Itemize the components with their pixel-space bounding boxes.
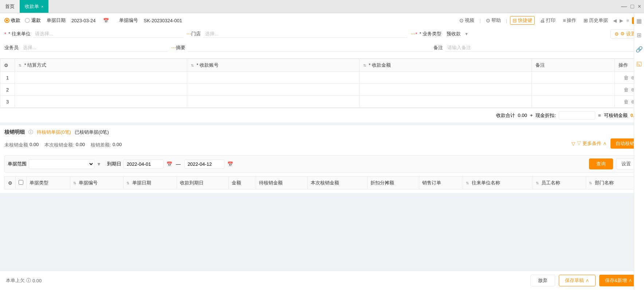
shop-input[interactable] <box>203 30 408 38</box>
minimize-icon[interactable]: — <box>621 3 627 10</box>
plus-sign: + <box>530 113 533 118</box>
counterpart-more-icon[interactable]: ··· <box>186 31 191 37</box>
sidebar-expand-icon[interactable]: ◱ <box>635 59 643 68</box>
date-picker-icon[interactable]: 📅 <box>103 18 109 23</box>
row1-delete-icon[interactable]: 🗑 <box>624 75 629 81</box>
save-draft-label: 保存草稿 ∧ <box>565 277 589 284</box>
maximize-icon[interactable]: □ <box>631 3 634 10</box>
row3-delete-icon[interactable]: 🗑 <box>624 99 629 105</box>
close-window-icon[interactable]: × <box>638 3 641 10</box>
save-draft-button[interactable]: 保存草稿 ∧ <box>559 275 596 286</box>
window-controls: — □ × <box>621 3 644 10</box>
tab-home[interactable]: 首页 <box>0 0 20 13</box>
counterpart-input[interactable] <box>33 30 184 38</box>
radio-receipt[interactable]: 收款 <box>4 17 20 24</box>
query-button[interactable]: 查询 <box>589 158 613 169</box>
radio-refund-dot <box>25 18 30 23</box>
summary-input[interactable] <box>188 44 433 52</box>
row1-amount[interactable] <box>359 72 531 84</box>
staff-input[interactable] <box>21 44 168 52</box>
row3-account[interactable] <box>187 96 359 108</box>
business-type-dropdown-icon[interactable]: ▼ <box>464 32 468 36</box>
tab-close-icon[interactable]: × <box>41 4 43 9</box>
sidebar-grid-icon[interactable]: ⊞ <box>635 30 643 40</box>
shop-more-icon[interactable]: ··· <box>411 31 415 37</box>
diff-stat: 核销差额: 0.00 <box>91 142 122 148</box>
footer-info-icon[interactable]: ⓘ <box>26 277 31 284</box>
range-field: 单据范围 ▼ <box>8 159 101 169</box>
range-select[interactable] <box>29 159 94 169</box>
unverified-value: 0.00 <box>30 142 39 148</box>
col-notes-label: 备注 <box>535 62 545 68</box>
row1-notes[interactable] <box>531 72 614 84</box>
due-date-to-input[interactable] <box>184 160 224 169</box>
tab-current-label: 收款单 <box>25 3 39 10</box>
staff-more-icon[interactable]: ··· <box>171 44 176 51</box>
save-new-button[interactable]: 保存&新增 ∧ <box>599 275 638 286</box>
table-row: 2 🗑 ⊕ <box>0 84 644 96</box>
save-new-label: 保存&新增 ∧ <box>605 277 632 284</box>
print-btn[interactable]: 🖨 打印 <box>538 16 558 24</box>
nav-prev-icon[interactable]: ◀ <box>613 18 617 23</box>
calendar-from-icon[interactable]: 📅 <box>166 161 172 167</box>
table-row: 1 🗑 ⊕ <box>0 72 644 84</box>
radio-group: 收款 退款 <box>4 17 41 24</box>
hexiao-tab-done[interactable]: 已核销单据(0笔) <box>75 129 109 136</box>
hexiao-info-icon[interactable]: ⓘ <box>28 129 33 136</box>
history-btn[interactable]: ⊞ 历史单据 <box>581 16 610 24</box>
due-date-from-input[interactable] <box>123 160 164 169</box>
row3-amount[interactable] <box>359 96 531 108</box>
col-employee-header: ⇅ 员工名称 <box>533 177 586 189</box>
shop-label: 门店 <box>191 31 201 37</box>
layout1-icon[interactable]: ≡ <box>626 18 629 23</box>
hexiao-section: 核销明细 ⓘ 待核销单据(0笔) 已核销单据(0笔) 未核销金额 0.00 本次… <box>0 125 644 193</box>
history-icon: ⊞ <box>584 17 588 23</box>
radio-refund[interactable]: 退款 <box>25 17 41 24</box>
row3-notes[interactable] <box>531 96 614 108</box>
business-type-field: * * 业务类型 预收款 ▼ ⚙ ⚙ 设置 <box>415 28 640 40</box>
row3-settlement[interactable] <box>15 96 187 108</box>
col-sales-order-label: 销售订单 <box>422 180 441 185</box>
table-settings-icon[interactable]: ⚙ <box>4 63 8 68</box>
help-btn[interactable]: ⊙ 帮助 <box>484 16 503 24</box>
hexiao-tab-pending[interactable]: 待核销单据(0笔) <box>37 129 71 136</box>
select-all-checkbox[interactable] <box>19 180 23 185</box>
operation-btn[interactable]: ≡ 操作 <box>561 16 578 24</box>
hexiao-settings-button[interactable]: 设置 <box>616 158 636 169</box>
video-label: 视频 <box>465 17 474 24</box>
col-account-header: ⇅ * 收款账号 <box>187 59 359 72</box>
col-due-date-label: 收款到期日 <box>180 180 204 185</box>
cash-discount-input[interactable] <box>559 111 595 119</box>
col-dept-label: 部门名称 <box>595 180 614 185</box>
col-settings-header[interactable]: ⚙ <box>0 59 15 72</box>
current-label: 本次核销金额: <box>44 142 74 148</box>
col-checkbox-header[interactable] <box>16 177 27 189</box>
row2-settlement[interactable] <box>15 84 187 96</box>
abandon-button[interactable]: 放弃 <box>530 275 555 286</box>
calendar-to-icon[interactable]: 📅 <box>227 161 233 167</box>
row1-account[interactable] <box>187 72 359 84</box>
collection-total-label: 收款合计 <box>496 112 515 119</box>
row1-num: 1 <box>0 72 15 84</box>
sidebar-link-icon[interactable]: 🔗 <box>634 44 644 54</box>
current-value: 0.00 <box>76 142 85 148</box>
notes-input[interactable] <box>445 44 640 52</box>
nav-next-icon[interactable]: ▶ <box>620 18 623 23</box>
row1-settlement[interactable] <box>15 72 187 84</box>
video-btn[interactable]: ⊙ 视频 <box>457 16 476 24</box>
row2-notes[interactable] <box>531 84 614 96</box>
row2-amount[interactable] <box>359 84 531 96</box>
available-label: 可核销金额 <box>604 112 628 119</box>
footer: 本单上欠 ⓘ 0.00 放弃 保存草稿 ∧ 保存&新增 ∧ <box>0 271 644 290</box>
bottom-table-settings-icon[interactable]: ⚙ <box>8 180 12 186</box>
row2-account[interactable] <box>187 84 359 96</box>
col-settings2-header[interactable]: ⚙ <box>5 177 16 189</box>
shortcut-btn[interactable]: ⊟ 快捷键 <box>510 16 535 25</box>
row2-delete-icon[interactable]: 🗑 <box>624 87 629 93</box>
col-doc-date-label: 单据日期 <box>132 180 151 185</box>
tab-current[interactable]: 收款单 × <box>20 0 48 13</box>
more-conditions-btn[interactable]: ▽ ▽ 更多条件 ∧ <box>572 140 607 147</box>
help-label: 帮助 <box>491 17 501 24</box>
sidebar-table-icon[interactable]: ▦ <box>635 16 643 26</box>
col-doc-date-header: ⇅ 单据日期 <box>123 177 177 189</box>
